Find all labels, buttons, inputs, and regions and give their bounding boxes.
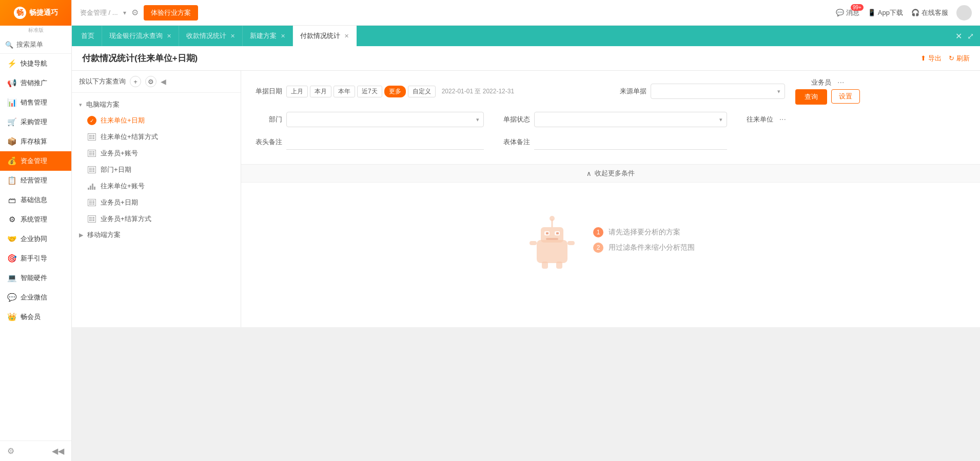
maximize-icon[interactable]: ⤢ xyxy=(967,31,974,41)
tab-new-scheme[interactable]: 新建方案✕ xyxy=(243,26,293,46)
sidebar-item-basic-info[interactable]: 🗃基础信息 xyxy=(0,190,71,210)
source-doc-select[interactable]: ▾ xyxy=(651,84,785,99)
doc-status-select[interactable]: ▾ xyxy=(534,112,727,127)
svg-rect-0 xyxy=(537,240,567,263)
trial-button[interactable]: 体验行业方案 xyxy=(144,5,198,21)
search-menu[interactable]: 🔍 搜索菜单 xyxy=(0,36,71,54)
sidebar-icon-purchase: 🛒 xyxy=(7,117,16,127)
scheme-item-label-partner-date: 往来单位+日期 xyxy=(101,116,145,125)
tab-label-payment-stat: 付款情况统计 xyxy=(300,31,340,41)
header-note-input[interactable] xyxy=(286,134,484,150)
svg-rect-10 xyxy=(567,241,575,245)
scheme-item-partner-date[interactable]: ✓往来单位+日期 xyxy=(72,112,241,129)
sidebar-label-guide: 新手引导 xyxy=(21,254,47,263)
settings-button[interactable]: 设置 xyxy=(831,89,860,104)
scheme-item-salesman-settle[interactable]: 业务员+结算方式 xyxy=(72,211,241,227)
tab-close-new-scheme[interactable]: ✕ xyxy=(281,33,285,39)
add-scheme-button[interactable]: + xyxy=(130,76,141,87)
tab-close-payment-stat[interactable]: ✕ xyxy=(344,33,349,39)
close-all-tabs-icon[interactable]: ✕ xyxy=(955,31,962,41)
scheme-icon-salesman-date xyxy=(87,198,96,207)
collapse-btn-label: 收起更多条件 xyxy=(595,169,635,178)
sidebar-item-system[interactable]: ⚙系统管理 xyxy=(0,210,71,229)
svg-rect-9 xyxy=(530,241,537,245)
dept-chevron: ▾ xyxy=(476,116,479,123)
tab-payment-stat[interactable]: 付款情况统计✕ xyxy=(293,26,357,46)
app-download-button[interactable]: 📱 App下载 xyxy=(868,8,903,17)
sidebar-item-capital[interactable]: 💰资金管理 xyxy=(0,151,71,171)
sidebar-item-member[interactable]: 👑畅会员 xyxy=(0,307,71,327)
svg-point-12 xyxy=(550,216,555,221)
step-1-number: 1 xyxy=(593,227,603,237)
topbar: 资金管理 / ... ▾ ⚙ 体验行业方案 💬 消息 99+ 📱 App下载 🎧… xyxy=(72,0,980,26)
partner-more-btn[interactable]: ··· xyxy=(777,115,788,124)
scheme-group-header-pc[interactable]: ▾电脑端方案 xyxy=(72,97,241,112)
scheme-item-dept-date[interactable]: 部门+日期 xyxy=(72,162,241,178)
date-btn-5[interactable]: 自定义 xyxy=(408,86,436,97)
filter-row-1: 单据日期 上月本月本年近7天更多自定义 2022-01-01 至 2022-12… xyxy=(251,78,970,105)
date-btn-3[interactable]: 近7天 xyxy=(357,86,382,97)
sidebar-item-guide[interactable]: 🎯新手引导 xyxy=(0,249,71,268)
sidebar-item-purchase[interactable]: 🛒采购管理 xyxy=(0,112,71,132)
sidebar-icon-member: 👑 xyxy=(7,312,16,322)
sidebar-item-operation[interactable]: 📋经营管理 xyxy=(0,171,71,190)
sidebar-label-sales: 销售管理 xyxy=(21,98,47,107)
svg-rect-7 xyxy=(542,262,548,269)
tab-receivable[interactable]: 收款情况统计✕ xyxy=(179,26,243,46)
sidebar-label-inventory: 库存核算 xyxy=(21,137,47,146)
query-button[interactable]: 查询 xyxy=(795,89,827,105)
partner-label: 往来单位 xyxy=(737,115,773,124)
date-range-value: 2022-01-01 至 2022-12-31 xyxy=(442,87,514,96)
scheme-item-label-salesman-settle: 业务员+结算方式 xyxy=(101,214,151,224)
scheme-setting-button[interactable]: ⚙ xyxy=(145,76,156,87)
date-btn-4[interactable]: 更多 xyxy=(384,86,406,97)
scheme-item-partner-account[interactable]: 往来单位+账号 xyxy=(72,178,241,194)
doc-status-label: 单据状态 xyxy=(494,115,530,124)
date-btn-0[interactable]: 上月 xyxy=(286,86,308,97)
body-note-input[interactable] xyxy=(534,134,727,150)
message-badge: 99+ xyxy=(851,4,864,11)
dept-field: 部门 ▾ xyxy=(251,112,484,127)
dept-select[interactable]: ▾ xyxy=(286,112,484,127)
scheme-item-salesman-date[interactable]: 业务员+日期 xyxy=(72,194,241,211)
sidebar-item-quick-nav[interactable]: ⚡快捷导航 xyxy=(0,54,71,73)
user-avatar[interactable] xyxy=(956,5,972,21)
export-button[interactable]: ⬆ 导出 xyxy=(920,54,942,63)
breadcrumb-chevron[interactable]: ▾ xyxy=(123,9,126,16)
tab-bank-flow[interactable]: 现金银行流水查询✕ xyxy=(102,26,179,46)
app-icon: 📱 xyxy=(868,9,876,16)
date-btn-1[interactable]: 本月 xyxy=(310,86,331,97)
scheme-item-label-partner-account: 往来单位+账号 xyxy=(101,182,145,191)
sidebar-item-marketing[interactable]: 📢营销推广 xyxy=(0,73,71,93)
sidebar-item-hardware[interactable]: 💻智能硬件 xyxy=(0,268,71,288)
collapse-sidebar-icon[interactable]: ◀◀ xyxy=(52,446,64,456)
sidebar-item-wechat[interactable]: 💬企业微信 xyxy=(0,288,71,307)
empty-robot-illustration xyxy=(526,214,578,266)
scheme-item-partner-settle[interactable]: 往来单位+结算方式 xyxy=(72,129,241,145)
main-area: 资金管理 / ... ▾ ⚙ 体验行业方案 💬 消息 99+ 📱 App下载 🎧… xyxy=(72,0,980,461)
sidebar-item-sales[interactable]: 📊销售管理 xyxy=(0,93,71,112)
sidebar-icon-system: ⚙ xyxy=(7,215,16,224)
collapse-bar[interactable]: ∧ 收起更多条件 xyxy=(241,164,980,183)
messages-button[interactable]: 💬 消息 99+ xyxy=(836,8,859,17)
tab-close-bank-flow[interactable]: ✕ xyxy=(167,33,171,39)
scheme-group-header-mobile[interactable]: ▶移动端方案 xyxy=(72,227,241,243)
collapse-panel-icon[interactable]: ◀ xyxy=(161,77,166,86)
sidebar-item-inventory[interactable]: 📦库存核算 xyxy=(0,132,71,151)
sidebar-label-hardware: 智能硬件 xyxy=(21,273,47,283)
tab-home[interactable]: 首页 xyxy=(74,26,102,46)
online-service-button[interactable]: 🎧 在线客服 xyxy=(911,8,948,17)
date-btn-2[interactable]: 本年 xyxy=(334,86,355,97)
refresh-button[interactable]: ↻ 刷新 xyxy=(949,54,970,63)
tab-close-receivable[interactable]: ✕ xyxy=(230,33,235,39)
topbar-left: 资金管理 / ... ▾ ⚙ 体验行业方案 xyxy=(80,5,830,21)
salesman-more-btn[interactable]: ··· xyxy=(835,78,846,87)
sidebar-icon-operation: 📋 xyxy=(7,176,16,185)
topbar-setting-icon[interactable]: ⚙ xyxy=(131,8,139,17)
sidebar-item-cooperation[interactable]: 🤝企业协同 xyxy=(0,229,71,249)
settings-bottom-icon[interactable]: ⚙ xyxy=(7,446,14,456)
scheme-item-label-salesman-date: 业务员+日期 xyxy=(101,198,138,207)
scheme-item-salesman-account[interactable]: 业务员+账号 xyxy=(72,145,241,162)
scheme-panel: 按以下方案查询 + ⚙ ◀ ▾电脑端方案✓往来单位+日期往来单位+结算方式业务员… xyxy=(72,71,241,327)
sidebar-label-purchase: 采购管理 xyxy=(21,117,47,127)
